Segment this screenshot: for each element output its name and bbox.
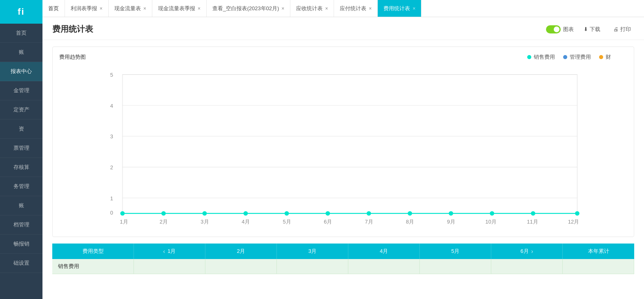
sidebar-item-inventory[interactable]: 存核算 bbox=[0, 158, 42, 177]
sidebar-item-service[interactable]: 务管理 bbox=[0, 177, 42, 196]
chart-container: 费用趋势图 销售费用 管理费用 财 bbox=[52, 47, 634, 237]
download-button[interactable]: ⬇ 下载 bbox=[580, 24, 604, 35]
tab-expense[interactable]: 费用统计表 × bbox=[378, 0, 421, 17]
legend-finance: 财 bbox=[599, 53, 611, 61]
svg-text:0: 0 bbox=[110, 210, 113, 216]
sidebar-item-settings[interactable]: 础设置 bbox=[0, 254, 42, 273]
tab-cashflow[interactable]: 现金流量表 × bbox=[109, 0, 152, 17]
chart-dot bbox=[531, 211, 535, 216]
tab-close-cashflow-q[interactable]: × bbox=[198, 6, 201, 11]
th-month-5: 5月 bbox=[420, 244, 491, 259]
td-m1 bbox=[134, 259, 205, 274]
svg-text:5月: 5月 bbox=[283, 219, 291, 225]
chart-legend: 销售费用 管理费用 财 bbox=[527, 53, 611, 61]
th-total: 本年累计 bbox=[563, 244, 634, 259]
chart-svg-wrap: 5 4 3 2 1 0 bbox=[59, 66, 627, 230]
svg-text:3月: 3月 bbox=[201, 219, 209, 225]
th-month-3: 3月 bbox=[277, 244, 348, 259]
chart-dot bbox=[120, 211, 125, 216]
svg-text:1月: 1月 bbox=[120, 219, 128, 225]
svg-text:9月: 9月 bbox=[447, 219, 455, 225]
sidebar-item-finance[interactable]: 金管理 bbox=[0, 81, 42, 100]
svg-text:1: 1 bbox=[110, 195, 113, 202]
sidebar-item-archive[interactable]: 档管理 bbox=[0, 215, 42, 235]
chart-dot bbox=[243, 211, 248, 216]
table-header: 费用类型 ‹ 1月 2月 3月 4月 5月 6月 › 本年累计 bbox=[52, 244, 634, 259]
chart-dot bbox=[325, 211, 330, 216]
legend-label-admin: 管理费用 bbox=[570, 53, 591, 61]
tab-payable[interactable]: 应付统计表 × bbox=[334, 0, 378, 17]
chart-dot bbox=[575, 211, 579, 216]
sidebar-item-account[interactable]: 账 bbox=[0, 43, 42, 62]
prev-arrow-icon[interactable]: ‹ bbox=[163, 248, 165, 255]
chart-toggle-label: 图表 bbox=[563, 26, 574, 33]
chart-dot bbox=[408, 211, 412, 216]
svg-text:7月: 7月 bbox=[365, 219, 373, 225]
th-month-4: 4月 bbox=[348, 244, 420, 259]
next-arrow-icon[interactable]: › bbox=[531, 248, 533, 255]
tab-close-payable[interactable]: × bbox=[369, 6, 372, 11]
content-area: 费用统计表 图表 ⬇ 下载 🖨 打印 费用趋势图 bbox=[42, 17, 644, 299]
sidebar-item-invoice[interactable]: 票管理 bbox=[0, 139, 42, 158]
main-area: 首页 利润表季报 × 现金流量表 × 现金流量表季报 × 查看_空白报表(202… bbox=[42, 0, 644, 299]
sidebar-item-home[interactable]: 首页 bbox=[0, 24, 42, 43]
svg-text:8月: 8月 bbox=[406, 219, 414, 225]
td-m3 bbox=[277, 259, 348, 274]
tab-blank-report[interactable]: 查看_空白报表(2023年02月) × bbox=[207, 0, 290, 17]
th-type: 费用类型 bbox=[52, 244, 134, 259]
svg-text:6月: 6月 bbox=[324, 219, 332, 225]
sidebar-item-assets[interactable]: 定资产 bbox=[0, 100, 42, 120]
th-nav-prev[interactable]: ‹ 1月 bbox=[134, 244, 205, 259]
th-month-6: 6月 › bbox=[491, 244, 563, 259]
td-type-sales: 销售费用 bbox=[52, 259, 134, 274]
svg-rect-12 bbox=[123, 75, 577, 214]
legend-dot-admin bbox=[563, 55, 567, 59]
chart-dot bbox=[490, 211, 494, 216]
sidebar-logo: fi bbox=[0, 0, 42, 24]
tab-cashflow-quarterly[interactable]: 现金流量表季报 × bbox=[152, 0, 207, 17]
print-button[interactable]: 🖨 打印 bbox=[610, 24, 634, 35]
chart-dot bbox=[449, 211, 453, 216]
legend-sales: 销售费用 bbox=[527, 53, 555, 61]
legend-label-finance: 财 bbox=[606, 53, 611, 61]
svg-text:3: 3 bbox=[110, 133, 113, 140]
table-section: 费用类型 ‹ 1月 2月 3月 4月 5月 6月 › 本年累计 销售费用 bbox=[52, 244, 634, 274]
svg-text:2: 2 bbox=[110, 164, 113, 171]
tab-profit[interactable]: 利润表季报 × bbox=[65, 0, 109, 17]
tab-bar: 首页 利润表季报 × 现金流量表 × 现金流量表季报 × 查看_空白报表(202… bbox=[42, 0, 644, 17]
download-icon: ⬇ bbox=[584, 26, 588, 32]
td-m6 bbox=[491, 259, 563, 274]
tab-home[interactable]: 首页 bbox=[42, 0, 65, 17]
tab-close-cashflow[interactable]: × bbox=[143, 6, 146, 11]
chart-dot bbox=[367, 211, 371, 216]
page-title: 费用统计表 bbox=[52, 24, 93, 35]
chart-dot bbox=[161, 211, 166, 216]
chart-title: 费用趋势图 bbox=[59, 53, 86, 61]
chart-dot bbox=[285, 211, 289, 216]
tab-close-receivable[interactable]: × bbox=[325, 6, 328, 11]
td-m5 bbox=[420, 259, 491, 274]
svg-text:2月: 2月 bbox=[160, 219, 168, 225]
legend-label-sales: 销售费用 bbox=[534, 53, 555, 61]
chart-toggle-wrap: 图表 bbox=[546, 25, 574, 33]
td-m2 bbox=[205, 259, 277, 274]
tab-receivable[interactable]: 应收统计表 × bbox=[290, 0, 334, 17]
tab-close-profit[interactable]: × bbox=[100, 6, 103, 11]
legend-dot-sales bbox=[527, 55, 531, 59]
th-month-2: 2月 bbox=[205, 244, 277, 259]
sidebar-item-expense[interactable]: 畅报销 bbox=[0, 235, 42, 254]
sidebar-item-reports[interactable]: 报表中心 bbox=[0, 62, 42, 81]
trend-chart: 5 4 3 2 1 0 bbox=[59, 66, 627, 229]
sidebar-item-ledger[interactable]: 账 bbox=[0, 196, 42, 215]
header-actions: 图表 ⬇ 下载 🖨 打印 bbox=[546, 24, 634, 35]
legend-admin: 管理费用 bbox=[563, 53, 591, 61]
svg-text:4月: 4月 bbox=[242, 219, 250, 225]
svg-text:4: 4 bbox=[110, 103, 113, 109]
tab-close-blank[interactable]: × bbox=[281, 6, 284, 11]
td-total bbox=[563, 259, 634, 274]
svg-text:10月: 10月 bbox=[486, 219, 497, 225]
chart-toggle[interactable] bbox=[546, 25, 561, 33]
sidebar-item-capital[interactable]: 资 bbox=[0, 120, 42, 139]
tab-close-expense[interactable]: × bbox=[412, 6, 415, 11]
svg-text:11月: 11月 bbox=[527, 219, 538, 225]
